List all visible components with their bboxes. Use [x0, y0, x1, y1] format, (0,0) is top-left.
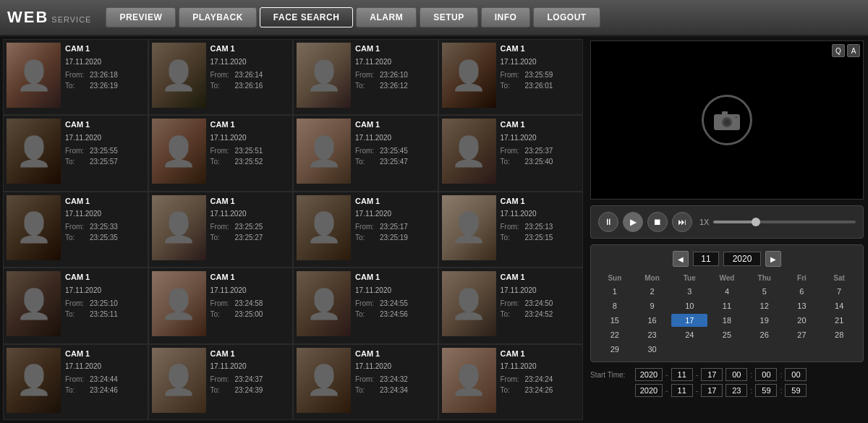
face-card-19[interactable]: 👤 CAM 1 17.11.2020 From: 23:24:32 To: 23… [293, 344, 438, 420]
face-card-6[interactable]: 👤 CAM 1 17.11.2020 From: 23:25:51 To: 23… [148, 115, 294, 191]
nav-tab-setup[interactable]: SETUP [420, 7, 478, 27]
nav-tab-alarm[interactable]: ALARM [356, 7, 417, 27]
start-day-input[interactable] [701, 368, 723, 381]
cal-day-12[interactable]: 12 [746, 299, 783, 312]
face-card-2[interactable]: 👤 CAM 1 17.11.2020 From: 23:26:14 To: 23… [148, 39, 294, 115]
face-image-1: 👤 [7, 43, 61, 108]
face-card-11[interactable]: 👤 CAM 1 17.11.2020 From: 23:25:17 To: 23… [293, 192, 438, 268]
face-card-12[interactable]: 👤 CAM 1 17.11.2020 From: 23:25:13 To: 23… [438, 192, 584, 268]
zoom-out-button[interactable]: A [847, 44, 860, 57]
cal-day-16[interactable]: 16 [634, 314, 671, 327]
cal-day-18[interactable]: 18 [709, 314, 745, 327]
zoom-in-button[interactable]: Q [832, 44, 845, 57]
face-card-10[interactable]: 👤 CAM 1 17.11.2020 From: 23:25:25 To: 23… [148, 192, 294, 268]
end-year-input[interactable] [635, 384, 663, 397]
nav-tab-playback[interactable]: PLAYBACK [179, 7, 257, 27]
cal-month-input[interactable] [693, 252, 719, 266]
cal-day-15[interactable]: 15 [597, 314, 633, 327]
face-card-1[interactable]: 👤 CAM 1 17.11.2020 From: 23:26:18 To: 23… [3, 39, 148, 115]
cal-day-9[interactable]: 9 [634, 299, 671, 312]
cal-day-21[interactable]: 21 [821, 314, 857, 327]
cal-day-24[interactable]: 24 [671, 328, 707, 341]
start-sec-input[interactable] [785, 368, 807, 381]
cal-day-23[interactable]: 23 [634, 328, 671, 341]
cal-day-30[interactable]: 30 [634, 343, 671, 356]
end-min-input[interactable] [755, 384, 777, 397]
face-card-8[interactable]: 👤 CAM 1 17.11.2020 From: 23:25:37 To: 23… [438, 115, 584, 191]
cal-day-3[interactable]: 3 [671, 285, 707, 298]
speed-slider[interactable] [713, 221, 856, 223]
face-image-6: 👤 [152, 119, 206, 184]
end-month-input[interactable] [671, 384, 693, 397]
cal-day-8[interactable]: 8 [597, 299, 633, 312]
pause-button[interactable]: ⏸ [598, 212, 618, 232]
face-from-4: From: 23:25:59 [501, 69, 553, 80]
cal-day-19[interactable]: 19 [746, 314, 783, 327]
face-to-7: To: 23:25:47 [355, 156, 408, 167]
end-hour-input[interactable] [726, 384, 747, 397]
start-year-input[interactable] [635, 368, 663, 381]
face-card-9[interactable]: 👤 CAM 1 17.11.2020 From: 23:25:33 To: 23… [3, 192, 148, 268]
cal-day-5[interactable]: 5 [746, 285, 783, 298]
face-card-18[interactable]: 👤 CAM 1 17.11.2020 From: 23:24:37 To: 23… [148, 344, 294, 420]
face-info-5: CAM 1 17.11.2020 From: 23:25:55 To: 23:2… [65, 119, 118, 167]
cal-next-button[interactable]: ▶ [765, 251, 781, 267]
face-card-13[interactable]: 👤 CAM 1 17.11.2020 From: 23:25:10 To: 23… [3, 268, 148, 343]
cal-day-29[interactable]: 29 [597, 343, 633, 356]
cam-label-14: CAM 1 [210, 271, 263, 283]
face-card-7[interactable]: 👤 CAM 1 17.11.2020 From: 23:25:45 To: 23… [293, 115, 438, 191]
face-silhouette-8: 👤 [442, 119, 496, 184]
face-to-12: To: 23:25:15 [501, 232, 553, 243]
face-card-15[interactable]: 👤 CAM 1 17.11.2020 From: 23:24:55 To: 23… [293, 268, 438, 343]
face-silhouette-16: 👤 [442, 271, 496, 336]
end-day-input[interactable] [701, 384, 723, 397]
cal-day-7[interactable]: 7 [821, 285, 857, 298]
cal-day-27[interactable]: 27 [784, 328, 820, 341]
nav-tab-preview[interactable]: PREVIEW [106, 7, 176, 27]
calendar-grid: SunMonTueWedThuFriSat1234567891011121314… [597, 273, 857, 356]
face-to-3: To: 23:26:12 [355, 80, 408, 91]
cal-day-20[interactable]: 20 [784, 314, 820, 327]
cal-day-26[interactable]: 26 [746, 328, 783, 341]
cal-prev-button[interactable]: ◀ [673, 251, 689, 267]
start-hour-input[interactable] [726, 368, 747, 381]
cal-header-fri: Fri [784, 273, 820, 283]
face-card-17[interactable]: 👤 CAM 1 17.11.2020 From: 23:24:44 To: 23… [3, 344, 148, 420]
right-panel: Q A ⏸ ▶ ⏹ ⏭ 1X [586, 36, 868, 423]
face-card-3[interactable]: 👤 CAM 1 17.11.2020 From: 23:26:10 To: 23… [293, 39, 438, 115]
cal-day-25[interactable]: 25 [709, 328, 745, 341]
cal-day-1[interactable]: 1 [597, 285, 633, 298]
nav-tab-info[interactable]: INFO [481, 7, 531, 27]
face-card-5[interactable]: 👤 CAM 1 17.11.2020 From: 23:25:55 To: 23… [3, 115, 148, 191]
next-frame-button[interactable]: ⏭ [672, 212, 692, 232]
face-date-13: 17.11.2020 [65, 285, 118, 296]
cal-day-10[interactable]: 10 [671, 299, 707, 312]
cal-day-6[interactable]: 6 [784, 285, 820, 298]
start-month-input[interactable] [671, 368, 693, 381]
cal-day-11[interactable]: 11 [709, 299, 745, 312]
face-card-14[interactable]: 👤 CAM 1 17.11.2020 From: 23:24:58 To: 23… [148, 268, 294, 343]
nav-tab-face-search[interactable]: FACE SEARCH [260, 7, 354, 27]
time-section: Start Time: - - : : - - : [590, 368, 864, 397]
face-card-20[interactable]: 👤 CAM 1 17.11.2020 From: 23:24:24 To: 23… [438, 344, 584, 420]
face-info-8: CAM 1 17.11.2020 From: 23:25:37 To: 23:2… [501, 119, 553, 167]
cal-year-input[interactable] [723, 252, 761, 266]
face-silhouette-12: 👤 [442, 195, 496, 260]
start-min-input[interactable] [755, 368, 777, 381]
play-button[interactable]: ▶ [623, 212, 643, 232]
face-card-16[interactable]: 👤 CAM 1 17.11.2020 From: 23:24:50 To: 23… [438, 268, 584, 343]
cam-label-12: CAM 1 [501, 195, 553, 208]
face-card-4[interactable]: 👤 CAM 1 17.11.2020 From: 23:25:59 To: 23… [438, 39, 584, 115]
stop-button[interactable]: ⏹ [647, 212, 668, 232]
cal-day-4[interactable]: 4 [709, 285, 745, 298]
nav-tab-logout[interactable]: LOGOUT [533, 7, 600, 27]
cal-day-17[interactable]: 17 [671, 314, 707, 327]
cal-day-28[interactable]: 28 [821, 328, 857, 341]
cal-day-13[interactable]: 13 [784, 299, 820, 312]
cal-day-14[interactable]: 14 [821, 299, 857, 312]
face-silhouette-18: 👤 [152, 348, 206, 413]
end-sec-input[interactable] [785, 384, 807, 397]
cal-day-2[interactable]: 2 [634, 285, 671, 298]
face-silhouette-5: 👤 [7, 119, 61, 184]
cal-day-22[interactable]: 22 [597, 328, 633, 341]
